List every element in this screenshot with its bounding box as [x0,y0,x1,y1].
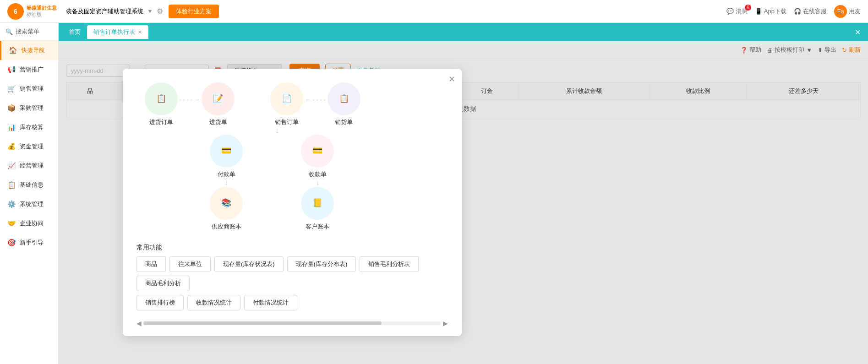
inventory-icon: 📊 [7,123,16,131]
sidebar-item-label: 采购管理 [20,104,44,112]
service-icon: 🎧 [794,8,801,15]
func-btn-vendor[interactable]: 往来单位 [169,256,211,272]
system-title: 装备及固定资产辅助管理系统 ▼ ⚙ [66,7,163,16]
common-functions: 常用功能 商品 往来单位 现存量(库存状况表) 现存量(库存分布表) 销售毛利分… [136,240,448,316]
app-container: 6 畅康通好生意 标准版 装备及固定资产辅助管理系统 ▼ ⚙ 体验行业方案 💬 … [0,0,868,364]
scrollbar-thumb [143,321,382,325]
sales-icon: 🛒 [7,85,16,93]
func-btn-stock-dist[interactable]: 现存量(库存分布表) [287,256,356,272]
sidebar-item-label: 企业协同 [20,219,44,228]
search-menu-label: 搜索菜单 [16,27,39,36]
func-btn-stock-status[interactable]: 现存量(库存状况表) [214,256,284,272]
flow-diagram: 📋 进货订单 - - - - → [136,82,448,231]
func-buttons-row2: 销售排行榜 收款情况统计 付款情况统计 [136,295,448,310]
func-btn-product[interactable]: 商品 [136,256,166,272]
tab-home-label: 首页 [69,28,81,36]
message-item[interactable]: 💬 消息 6 [726,7,748,16]
sales-receipt-node[interactable]: 📋 [328,82,360,115]
tab-sales-order-label: 销售订单执行表 [93,28,135,36]
sidebar-item-purchase[interactable]: 📦 采购管理 [0,98,58,118]
purchase-receipt-node[interactable]: 📝 [202,82,235,115]
svg-text:📄: 📄 [282,93,292,103]
func-buttons: 商品 往来单位 现存量(库存状况表) 现存量(库存分布表) 销售毛利分析表 商品… [136,256,448,291]
func-btn-product-profit[interactable]: 商品毛利分析 [136,276,190,291]
func-btn-sales-profit[interactable]: 销售毛利分析表 [360,256,419,272]
logo-icon: 6 [7,3,24,20]
scroll-left-button[interactable]: ◀ [136,320,142,327]
func-btn-payment-stats[interactable]: 付款情况统计 [244,295,297,310]
sidebar-item-enterprise[interactable]: 🤝 企业协同 [0,214,58,233]
settings-icon[interactable]: ⚙ [157,7,163,16]
arrow-sales-down: ↓ [270,126,360,135]
tab-sales-order[interactable]: 销售订单执行表 ✕ [87,25,148,39]
sidebar-item-label: 资金管理 [20,142,44,151]
sales-order-doc-node[interactable]: 📄 [270,82,303,115]
func-btn-sales-rank[interactable]: 销售排行榜 [136,295,184,310]
main-area: 🔍 搜索菜单 🏠 快捷导航 📢 营销推广 🛒 销售管理 📦 采购管理 📊 [0,23,868,364]
sidebar-item-quick-nav[interactable]: 🏠 快捷导航 [0,41,58,60]
sidebar-item-finance[interactable]: 💰 资金管理 [0,137,58,156]
sidebar-item-label: 新手引导 [20,239,44,247]
online-service-item[interactable]: 🎧 在线客服 [794,7,827,16]
tab-home[interactable]: 首页 [62,25,87,39]
receipt-node[interactable]: 💳 [301,135,334,168]
enterprise-icon: 🤝 [7,219,16,228]
payment-group: 💳 付款单 [210,135,243,179]
supplier-ledger-label: 供应商账本 [212,223,241,231]
sidebar-item-sales[interactable]: 🛒 销售管理 [0,79,58,98]
trial-button[interactable]: 体验行业方案 [169,5,219,18]
sidebar-item-operation[interactable]: 📈 经营管理 [0,156,58,175]
dropdown-arrow-icon[interactable]: ▼ [147,8,153,15]
modal-close-button[interactable]: ✕ [448,74,455,84]
search-menu[interactable]: 🔍 搜索菜单 [0,23,58,41]
logo-area: 6 畅康通好生意 标准版 [7,3,62,20]
sidebar-item-inventory[interactable]: 📊 库存核算 [0,118,58,137]
purchase-icon: 📦 [7,104,16,112]
common-functions-title: 常用功能 [136,244,448,252]
sidebar-item-label: 经营管理 [20,162,44,170]
sales-flow-col: 📄 销售订单 ← - - - - [270,82,360,231]
receipt-group: 💳 收款单 [296,135,334,179]
arrow-receipt-node-down: ↓ [311,179,319,187]
sidebar-item-system[interactable]: ⚙️ 系统管理 [0,195,58,214]
sidebar-item-label: 基础信息 [20,181,44,189]
scrollbar-track[interactable] [143,321,441,325]
customer-ledger-label: 客户账本 [306,223,329,231]
system-name: 装备及固定资产辅助管理系统 [66,7,143,16]
quick-nav-icon: 🏠 [9,46,17,54]
tab-bar-close-icon[interactable]: ✕ [851,28,864,37]
sidebar-item-basic[interactable]: 📋 基础信息 [0,175,58,195]
svg-text:📚: 📚 [221,198,232,208]
purchase-flow-col: 📋 进货订单 - - - - → [136,82,243,231]
sidebar-item-label: 快捷导航 [21,46,45,54]
supplier-ledger-node[interactable]: 📚 [210,187,243,220]
sidebar-item-label: 系统管理 [20,200,44,208]
search-icon: 🔍 [5,28,13,35]
tab-close-icon[interactable]: ✕ [138,29,142,35]
purchase-order-group: 📋 进货订单 [145,82,178,126]
tab-bar: 首页 销售订单执行表 ✕ ✕ [59,23,868,41]
modal-dialog: ✕ 📋 [123,69,462,336]
sales-order-doc-group: 📄 销售订单 [270,82,303,126]
modal-overlay[interactable]: ✕ 📋 [59,41,868,364]
system-icon: ⚙️ [7,200,16,208]
sales-receipt-group: 📋 销货单 [328,82,360,126]
sidebar: 🔍 搜索菜单 🏠 快捷导航 📢 营销推广 🛒 销售管理 📦 采购管理 📊 [0,23,59,364]
svg-text:📒: 📒 [312,198,323,208]
scroll-right-button[interactable]: ▶ [443,320,448,327]
sidebar-item-marketing[interactable]: 📢 营销推广 [0,60,58,79]
payment-node[interactable]: 💳 [210,135,243,168]
sales-receipt-label: 销货单 [335,118,353,126]
purchase-order-node[interactable]: 📋 [145,82,178,115]
top-bar: 6 畅康通好生意 标准版 装备及固定资产辅助管理系统 ▼ ⚙ 体验行业方案 💬 … [0,0,868,23]
app-download-item[interactable]: 📱 App下载 [755,7,786,16]
customer-ledger-node[interactable]: 📒 [301,187,334,220]
sidebar-item-guide[interactable]: 🎯 新手引导 [0,233,58,252]
sidebar-item-label: 营销推广 [20,65,44,74]
func-btn-receipt-stats[interactable]: 收款情况统计 [187,295,240,310]
arrow-sales-doc-to-sales: ← - - - - [305,96,326,113]
svg-text:📋: 📋 [339,93,349,103]
user-item[interactable]: Ea 用友 [834,5,861,18]
message-icon: 💬 [726,8,734,15]
sales-top-row: 📄 销售订单 ← - - - - [270,82,360,126]
